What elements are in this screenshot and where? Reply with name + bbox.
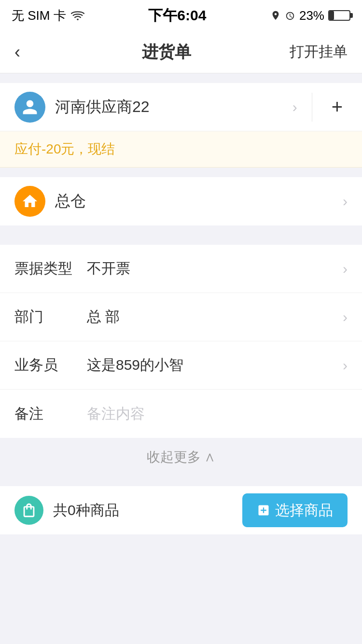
notice-text: 应付-20元，现结 [14, 141, 115, 156]
warehouse-icon-circle [14, 186, 45, 217]
warehouse-name: 总仓 [55, 191, 343, 212]
warehouse-row[interactable]: 总仓 › [0, 177, 362, 225]
gap-1 [0, 168, 362, 177]
collapse-label: 收起更多 ∧ [147, 448, 216, 466]
salesperson-label: 业务员 [14, 355, 82, 375]
invoice-type-value: 不开票 [82, 259, 343, 279]
supplier-section: 河南供应商22 › + 应付-20元，现结 [0, 83, 362, 168]
add-product-icon [257, 504, 270, 517]
supplier-chevron-icon: › [292, 99, 297, 115]
add-supplier-button[interactable]: + [327, 96, 348, 118]
carrier-text: 无 SIM 卡 [12, 7, 66, 24]
page-title: 进货单 [142, 41, 191, 63]
shopping-bag-icon [21, 502, 37, 518]
department-chevron-icon: › [343, 309, 348, 325]
top-gap [0, 73, 362, 83]
invoice-type-chevron-icon: › [343, 261, 348, 277]
remark-label: 备注 [14, 404, 82, 424]
supplier-avatar [14, 92, 45, 123]
select-product-label: 选择商品 [275, 501, 333, 520]
supplier-actions: › + [292, 93, 348, 122]
warehouse-chevron-icon: › [343, 193, 348, 210]
person-icon [21, 98, 39, 116]
page-background [0, 534, 362, 644]
warehouse-icon [21, 193, 39, 210]
invoice-type-label: 票据类型 [14, 259, 82, 279]
status-bar-left: 无 SIM 卡 [12, 7, 84, 24]
gap-2 [0, 225, 362, 235]
remark-input[interactable]: 备注内容 [82, 404, 348, 424]
battery-percentage: 23% [299, 8, 324, 23]
location-icon [270, 10, 281, 21]
salesperson-value: 这是859的小智 [82, 355, 343, 375]
status-bar-right: 23% [270, 8, 350, 23]
supplier-row[interactable]: 河南供应商22 › + [0, 83, 362, 131]
alarm-icon [285, 10, 295, 21]
notice-bar: 应付-20元，现结 [0, 131, 362, 168]
salesperson-row[interactable]: 业务员 这是859的小智 › [0, 341, 362, 390]
wifi-icon [71, 10, 84, 21]
department-label: 部门 [14, 307, 82, 327]
product-count-icon-circle [14, 496, 43, 525]
product-count-text: 共0种商品 [53, 501, 242, 520]
status-bar-time: 下午6:04 [148, 6, 206, 26]
open-pending-button[interactable]: 打开挂单 [290, 42, 348, 62]
bottom-bar: 共0种商品 选择商品 [0, 486, 362, 534]
invoice-type-row[interactable]: 票据类型 不开票 › [0, 245, 362, 293]
department-value: 总 部 [82, 307, 343, 327]
collapse-bar[interactable]: 收起更多 ∧ [0, 438, 362, 476]
back-button[interactable]: ‹ [14, 42, 43, 62]
salesperson-chevron-icon: › [343, 357, 348, 374]
form-section: 票据类型 不开票 › 部门 总 部 › 业务员 这是859的小智 › 备注 备注… [0, 245, 362, 438]
select-product-button[interactable]: 选择商品 [242, 493, 348, 527]
supplier-name: 河南供应商22 [55, 97, 292, 118]
remark-row[interactable]: 备注 备注内容 [0, 390, 362, 438]
vertical-divider [312, 93, 312, 122]
department-row[interactable]: 部门 总 部 › [0, 293, 362, 341]
battery-icon [328, 10, 350, 21]
status-bar: 无 SIM 卡 下午6:04 23% [0, 0, 362, 31]
svg-point-0 [77, 18, 79, 20]
nav-bar: ‹ 进货单 打开挂单 [0, 31, 362, 73]
